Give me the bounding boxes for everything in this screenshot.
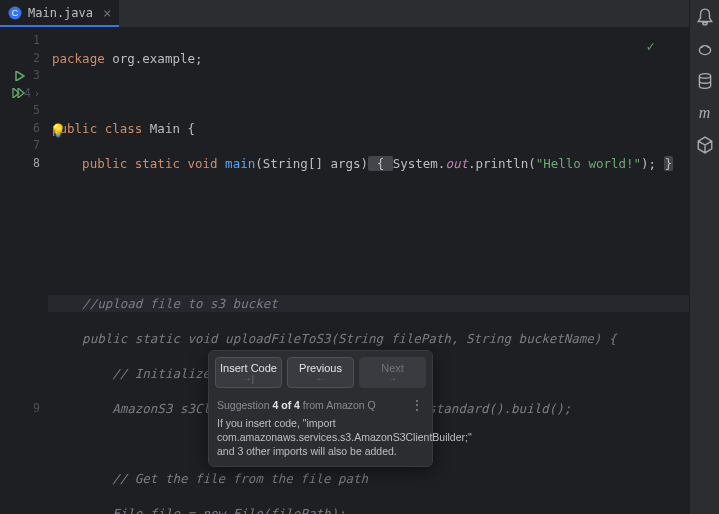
- notifications-icon[interactable]: [696, 8, 714, 26]
- tab-filename: Main.java: [28, 6, 93, 20]
- next-button[interactable]: Next→: [359, 357, 426, 388]
- previous-button[interactable]: Previous←: [287, 357, 354, 388]
- ai-assistant-icon[interactable]: [696, 40, 714, 58]
- more-options-icon[interactable]: ⋮: [410, 401, 424, 409]
- close-icon[interactable]: ×: [103, 5, 111, 21]
- package-icon[interactable]: [696, 136, 714, 154]
- user-comment: //upload file to s3 bucket: [82, 296, 278, 311]
- svg-text:C: C: [12, 8, 19, 18]
- intention-bulb-icon[interactable]: 💡: [50, 122, 66, 140]
- java-class-icon: C: [8, 6, 22, 20]
- suggestion-popup: Insert Code→| Previous← Next→ Suggestion…: [208, 350, 433, 467]
- insert-code-button[interactable]: Insert Code→|: [215, 357, 282, 388]
- tab-bar: C Main.java ×: [0, 0, 689, 28]
- file-tab[interactable]: C Main.java ×: [0, 0, 119, 27]
- analysis-ok-icon: ✓: [647, 38, 655, 56]
- database-icon[interactable]: [696, 72, 714, 90]
- suggestion-counter: Suggestion 4 of 4 from Amazon Q: [217, 399, 376, 411]
- run-icon[interactable]: [15, 71, 25, 81]
- svg-point-2: [699, 74, 710, 79]
- run-icon[interactable]: [12, 88, 26, 98]
- maven-icon[interactable]: m: [696, 104, 714, 122]
- right-toolbar: m: [689, 0, 719, 514]
- chevron-right-icon[interactable]: ›: [34, 85, 40, 103]
- suggestion-info: If you insert code, "import com.amazonaw…: [209, 416, 432, 466]
- line-gutter: 1 2 3 4 › 5 6 7 8 9: [0, 28, 48, 514]
